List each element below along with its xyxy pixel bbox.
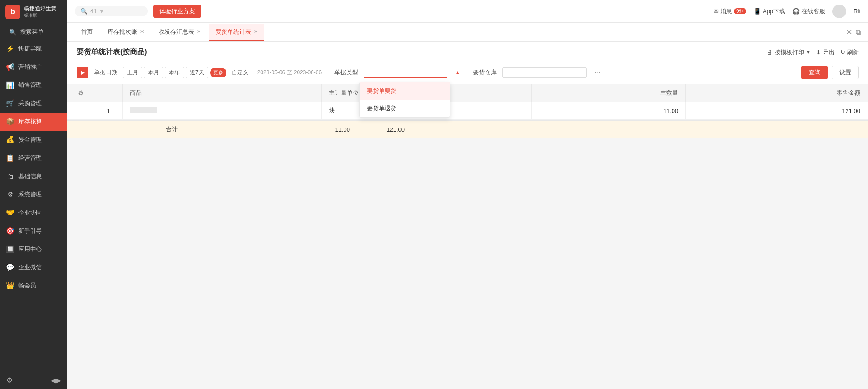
- export-icon: ⬇: [816, 49, 821, 56]
- sidebar-icon-sales: 📊: [5, 81, 15, 90]
- filter-actions: 查询 设置: [801, 66, 859, 79]
- warehouse-label: 要货仓库: [473, 68, 497, 77]
- row-product: [122, 102, 321, 120]
- gear-column-header[interactable]: ⚙: [67, 84, 95, 102]
- sidebar-item-basic[interactable]: 🗂基础信息: [0, 167, 67, 185]
- settings-btn[interactable]: 设置: [832, 66, 859, 79]
- sidebar-icon-guide: 🎯: [5, 226, 15, 235]
- page-actions: 🖨 按模板打印 ▼ ⬇ 导出 ↻ 刷新: [767, 48, 859, 56]
- message-icon: ✉: [714, 8, 719, 15]
- export-btn[interactable]: ⬇ 导出: [816, 48, 835, 56]
- tab-inventory-batch[interactable]: 库存批次账 ✕: [101, 24, 150, 41]
- sidebar-item-guide[interactable]: 🎯新手引导: [0, 222, 67, 240]
- tab-label-inventory-batch: 库存批次账: [108, 28, 137, 36]
- sidebar-icon-finance: 💰: [5, 135, 15, 144]
- messages-btn[interactable]: ✉ 消息 99+: [714, 7, 746, 15]
- app-download-btn[interactable]: 📱 App下载: [754, 7, 785, 15]
- sidebar-item-enterprise[interactable]: 🤝企业协同: [0, 204, 67, 222]
- tab-home[interactable]: 首页: [75, 24, 99, 41]
- sidebar-search[interactable]: 🔍 搜索菜单: [0, 24, 67, 40]
- tab-close-inventory-batch[interactable]: ✕: [140, 29, 144, 35]
- date-btn-more[interactable]: 更多: [210, 68, 226, 77]
- user-name: Rit: [853, 8, 861, 15]
- refresh-icon: ↻: [840, 49, 845, 56]
- sidebar-item-operation[interactable]: 📋经营管理: [0, 149, 67, 167]
- date-btn-this-month[interactable]: 本月: [144, 67, 163, 78]
- sidebar-item-inventory[interactable]: 📦库存核算: [0, 113, 67, 131]
- sidebar-icon-member: 👑: [5, 281, 15, 290]
- date-range-btns: 上月 本月 本年 近7天 更多 自定义: [123, 67, 252, 78]
- filter-toggle-btn[interactable]: ▶: [77, 67, 88, 78]
- sidebar-icon-appstore: 🔲: [5, 245, 15, 254]
- table-footer: 合计 11.00 121.00: [67, 120, 868, 138]
- tab-restore-btn[interactable]: ⧉: [856, 28, 861, 36]
- topbar-dropdown-icon: ▼: [98, 8, 104, 15]
- sidebar-label-inventory: 库存核算: [18, 118, 42, 126]
- refresh-btn[interactable]: ↻ 刷新: [840, 48, 859, 56]
- online-service-btn[interactable]: 🎧 在线客服: [792, 7, 825, 15]
- data-table: ⚙ 商品 主计量单位 主数量 零售金额 1 块 11.00 121.00: [67, 84, 868, 120]
- sidebar-item-system[interactable]: ⚙系统管理: [0, 185, 67, 204]
- print-btn[interactable]: 🖨 按模板打印 ▼: [767, 48, 811, 56]
- tab-label-order-summary: 要货单统计表: [216, 28, 251, 36]
- quantity-column-header: 主数量: [531, 84, 686, 102]
- sidebar-item-appstore[interactable]: 🔲应用中心: [0, 240, 67, 258]
- sidebar-label-purchase: 采购管理: [18, 99, 42, 107]
- topbar-search-icon: 🔍: [80, 8, 87, 15]
- sidebar-label-quick-nav: 快捷导航: [18, 45, 42, 53]
- filter-more-btn[interactable]: ···: [594, 68, 600, 77]
- footer-amount: 121.00: [357, 126, 412, 133]
- sidebar-toggle-icon[interactable]: ◀▶: [51, 377, 61, 384]
- topbar-right: ✉ 消息 99+ 📱 App下载 🎧 在线客服 Rit: [714, 5, 861, 18]
- tab-close-receivable-summary[interactable]: ✕: [197, 29, 201, 35]
- type-dropdown-arrow[interactable]: ▲: [455, 69, 460, 76]
- sidebar-item-wechat[interactable]: 💬企业微信: [0, 258, 67, 276]
- sidebar-item-member[interactable]: 👑畅会员: [0, 276, 67, 295]
- sidebar-label-member: 畅会员: [18, 282, 36, 290]
- type-label: 单据类型: [334, 68, 358, 77]
- tab-receivable-summary[interactable]: 收发存汇总表 ✕: [152, 24, 207, 41]
- tab-close-all-btn[interactable]: ✕: [846, 28, 852, 36]
- content-area: 要货单统计表(按商品) 🖨 按模板打印 ▼ ⬇ 导出 ↻ 刷新: [67, 42, 868, 389]
- sidebar-item-sales[interactable]: 📊销售管理: [0, 76, 67, 94]
- page-header: 要货单统计表(按商品) 🖨 按模板打印 ▼ ⬇ 导出 ↻ 刷新: [67, 42, 868, 61]
- topbar-left: 🔍 41 ▼ 体验行业方案: [75, 5, 201, 18]
- date-btn-this-year[interactable]: 本年: [165, 67, 184, 78]
- warehouse-input[interactable]: [502, 67, 587, 78]
- dropdown-option-0[interactable]: 要货单要货: [360, 82, 450, 100]
- search-icon: 🔍: [9, 29, 16, 36]
- type-input[interactable]: [364, 67, 447, 78]
- query-btn[interactable]: 查询: [801, 66, 828, 79]
- tab-close-order-summary[interactable]: ✕: [254, 29, 258, 35]
- sidebar-item-marketing[interactable]: 📢营销推广: [0, 58, 67, 76]
- logo-icon: b: [5, 5, 20, 19]
- row-quantity: 11.00: [531, 102, 686, 120]
- filter-toggle-icon: ▶: [81, 69, 85, 76]
- seq-column-header: [95, 84, 122, 102]
- sidebar-icon-inventory: 📦: [5, 117, 15, 126]
- table-settings-icon[interactable]: ⚙: [78, 89, 84, 97]
- date-btn-last-month[interactable]: 上月: [123, 67, 142, 78]
- date-btn-7days[interactable]: 近7天: [186, 67, 208, 78]
- sidebar-label-basic: 基础信息: [18, 172, 42, 180]
- sidebar-label-marketing: 营销推广: [18, 63, 42, 71]
- sidebar-icon-system: ⚙: [5, 190, 15, 199]
- tab-order-summary[interactable]: 要货单统计表 ✕: [209, 24, 264, 41]
- sidebar-item-quick-nav[interactable]: ⚡快捷导航: [0, 40, 67, 58]
- type-dropdown-menu: 要货单要货 要货单退货: [359, 82, 450, 118]
- sidebar-item-purchase[interactable]: 🛒采购管理: [0, 94, 67, 113]
- dropdown-option-1[interactable]: 要货单退货: [360, 100, 450, 117]
- main-area: 🔍 41 ▼ 体验行业方案 ✉ 消息 99+ 📱 App下载 🎧 在线客服 Ri…: [67, 0, 868, 389]
- refresh-label: 刷新: [847, 48, 859, 56]
- topbar-search-area[interactable]: 🔍 41 ▼: [75, 6, 148, 16]
- online-service-label: 在线客服: [801, 7, 825, 15]
- date-custom-btn[interactable]: 自定义: [228, 67, 252, 78]
- industry-btn[interactable]: 体验行业方案: [153, 5, 201, 18]
- sidebar-menu: ⚡快捷导航📢营销推广📊销售管理🛒采购管理📦库存核算💰资金管理📋经营管理🗂基础信息…: [0, 40, 67, 371]
- sidebar-icon-operation: 📋: [5, 154, 15, 163]
- page-title: 要货单统计表(按商品): [77, 47, 147, 57]
- avatar[interactable]: [832, 5, 846, 18]
- sidebar-label-appstore: 应用中心: [18, 245, 42, 253]
- sidebar-item-finance[interactable]: 💰资金管理: [0, 131, 67, 149]
- settings-bottom-icon[interactable]: ⚙: [6, 376, 13, 384]
